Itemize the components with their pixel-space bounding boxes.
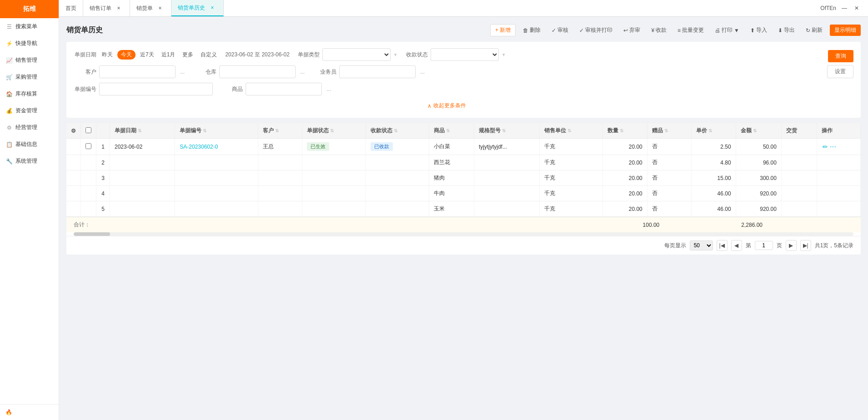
tab-bar: 首页 销售订单 × 销货单 × 销货单历史 × OfTEn — ✕ — [59, 0, 868, 17]
setting-button[interactable]: 设置 — [827, 65, 853, 78]
show-detail-button[interactable]: 显示明细 — [830, 25, 861, 36]
page-size-select[interactable]: 50 100 — [690, 240, 713, 250]
warehouse-input[interactable] — [219, 65, 296, 78]
row-unit-4: 千克 — [540, 201, 603, 217]
doc-status-sort-icon[interactable]: ⇅ — [330, 128, 334, 133]
spec-sort-icon[interactable]: ⇅ — [502, 128, 506, 133]
page-last-btn[interactable]: ▶| — [800, 240, 811, 251]
export-button[interactable]: ⬇ 导出 — [774, 25, 798, 36]
row-docno-0[interactable]: SA-20230602-0 — [175, 139, 258, 155]
sidebar-item-search-menu[interactable]: ☰ 搜索菜单 — [0, 18, 59, 35]
abandon-button[interactable]: ↩ 弃审 — [620, 25, 644, 36]
date-btn-more[interactable]: 更多 — [180, 50, 196, 60]
docno-input[interactable] — [99, 83, 213, 95]
tab-sales-history-close[interactable]: × — [208, 3, 217, 12]
customer-sort-icon[interactable]: ⇅ — [275, 128, 279, 133]
date-btn-custom[interactable]: 自定义 — [198, 50, 220, 60]
row-cb-0 — [81, 139, 96, 155]
amount-sort-icon[interactable]: ⇅ — [753, 128, 757, 133]
tab-sales-history[interactable]: 销货单历史 × — [171, 0, 224, 16]
sidebar-item-quick-nav[interactable]: ⚡ 快捷导航 — [0, 35, 59, 52]
print-button[interactable]: 🖨 打印 ▼ — [711, 25, 743, 36]
scroll-bar[interactable] — [74, 232, 853, 236]
audit-print-button[interactable]: ✓ 审核并打印 — [576, 25, 616, 36]
th-transaction: 交货 — [781, 123, 817, 139]
window-close[interactable]: ✕ — [853, 5, 861, 11]
sidebar-item-sales-mgmt[interactable]: 📈 销售管理 — [0, 52, 59, 69]
warehouse-dots[interactable]: ... — [298, 68, 306, 76]
row-checkbox-0[interactable] — [85, 143, 91, 149]
tab-sales-goods[interactable]: 销货单 × — [130, 0, 171, 16]
tab-sales-order-close[interactable]: × — [114, 4, 123, 13]
date-group: 昨天 今天 近7天 近1月 更多 自定义 2023-06-02 至 2023-0… — [99, 50, 290, 60]
row-collect-4 — [366, 201, 429, 217]
goods-dots[interactable]: ... — [325, 85, 333, 93]
filter-doctype-item: 单据类型 ▼ — [297, 48, 398, 61]
th-goods: 商品⇅ — [429, 123, 474, 139]
window-minimize[interactable]: — — [840, 5, 849, 11]
row-gear-0 — [66, 139, 81, 155]
sidebar-item-base-info[interactable]: 📋 基础信息 — [0, 136, 59, 153]
row-price-0: 2.50 — [692, 139, 736, 155]
collapse-button[interactable]: ∧ 收起更多条件 — [426, 100, 468, 111]
page-next-btn[interactable]: ▶ — [786, 240, 797, 251]
doc-no-sort-icon[interactable]: ⇅ — [203, 128, 206, 133]
goods-input[interactable] — [246, 83, 322, 95]
row-unit-0: 千克 — [540, 139, 603, 155]
page-first-btn[interactable]: |◀ — [717, 240, 728, 251]
delete-button[interactable]: 🗑 删除 — [519, 25, 544, 36]
print-label: 打印 — [722, 26, 733, 34]
sidebar-item-purchase-mgmt[interactable]: 🛒 采购管理 — [0, 69, 59, 85]
new-button[interactable]: + 新增 — [490, 24, 516, 36]
tab-sales-order[interactable]: 销售订单 × — [83, 0, 130, 16]
goods-sort-icon[interactable]: ⇅ — [446, 128, 450, 133]
staff-input[interactable] — [339, 65, 416, 78]
more-btn-0[interactable]: ⋯ — [830, 143, 836, 150]
th-gear: ⚙ — [66, 123, 81, 139]
tab-home[interactable]: 首页 — [59, 0, 83, 16]
page-input[interactable] — [755, 241, 773, 250]
batch-change-button[interactable]: ≡ 批量变更 — [674, 25, 707, 36]
table-row: 2西兰花千克20.00否4.8096.00 — [66, 155, 861, 170]
sidebar-item-system-mgmt[interactable]: 🔧 系统管理 — [0, 153, 59, 170]
import-button[interactable]: ⬆ 导入 — [747, 25, 771, 36]
date-btn-today[interactable]: 今天 — [117, 50, 135, 60]
gift-sort-icon[interactable]: ⇅ — [664, 128, 668, 133]
refresh-button[interactable]: ↻ 刷新 — [802, 25, 826, 36]
sidebar-item-operation-mgmt[interactable]: ⚙ 经营管理 — [0, 119, 59, 136]
sidebar-item-inventory[interactable]: 🏠 库存核算 — [0, 85, 59, 102]
collect-button[interactable]: ¥ 收款 — [647, 25, 670, 36]
date-btn-yesterday[interactable]: 昨天 — [99, 50, 115, 60]
customer-input[interactable] — [99, 65, 176, 78]
qty-sort-icon[interactable]: ⇅ — [620, 128, 623, 133]
page-prev-btn[interactable]: ◀ — [731, 240, 742, 251]
tab-sales-goods-close[interactable]: × — [156, 4, 165, 13]
collect-status-select[interactable] — [431, 48, 499, 61]
th-doc-date: 单据日期⇅ — [110, 123, 175, 139]
row-cb-3 — [81, 186, 96, 201]
unit-sort-icon[interactable]: ⇅ — [567, 128, 571, 133]
doctype-select[interactable] — [322, 48, 391, 61]
gear-icon[interactable]: ⚙ — [71, 128, 76, 134]
customer-dots[interactable]: ... — [178, 68, 186, 76]
select-all-checkbox[interactable] — [85, 127, 91, 133]
inventory-icon: 🏠 — [5, 90, 13, 98]
row-spec-1 — [474, 155, 539, 170]
collect-status-sort-icon[interactable]: ⇅ — [394, 128, 397, 133]
refresh-label: 刷新 — [812, 26, 823, 34]
doc-date-sort-icon[interactable]: ⇅ — [138, 128, 141, 133]
sidebar-bottom-fire[interactable]: 🔥 — [0, 405, 59, 420]
query-button[interactable]: 查询 — [828, 50, 853, 62]
row-qty-1: 20.00 — [603, 155, 647, 170]
total-amount: 2,286.00 — [741, 222, 763, 228]
collect-status-arrow: ▼ — [502, 52, 506, 57]
row-cb-1 — [81, 155, 96, 170]
audit-button[interactable]: ✓ 审核 — [548, 25, 572, 36]
date-btn-7days[interactable]: 近7天 — [137, 50, 157, 60]
edit-btn-0[interactable]: ✏ — [823, 143, 828, 150]
staff-dots[interactable]: ... — [418, 68, 426, 76]
row-trans-3 — [781, 186, 817, 201]
sidebar-item-finance-mgmt[interactable]: 💰 资金管理 — [0, 102, 59, 119]
unit-price-sort-icon[interactable]: ⇅ — [708, 128, 712, 133]
date-btn-1month[interactable]: 近1月 — [159, 50, 178, 60]
